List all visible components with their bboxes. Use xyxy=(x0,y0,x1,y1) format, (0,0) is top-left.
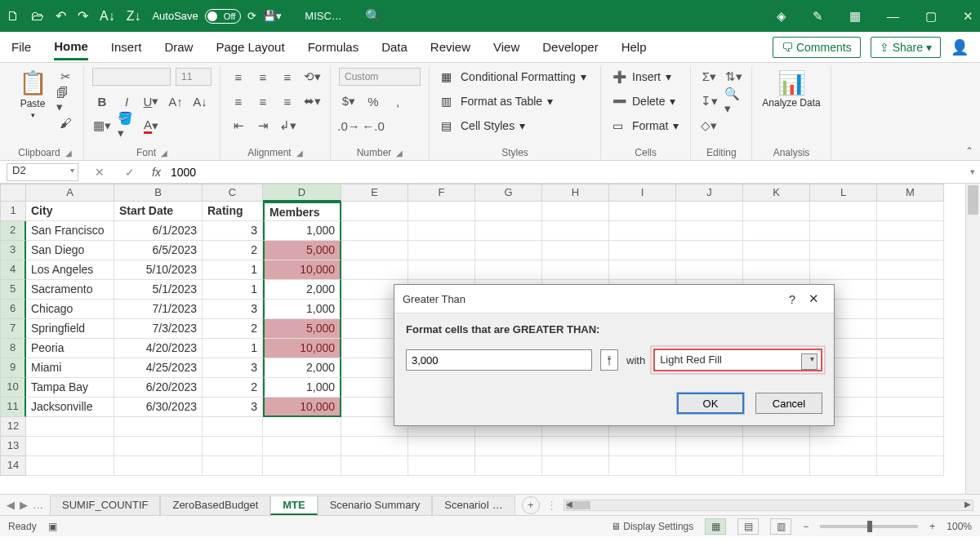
cell[interactable] xyxy=(877,378,944,398)
cell[interactable] xyxy=(263,417,341,437)
autosave[interactable]: AutoSave Off ⟳ 💾▾ xyxy=(152,9,282,24)
autosave-toggle[interactable]: Off xyxy=(205,9,241,24)
wrap-text-icon[interactable]: ↲▾ xyxy=(278,117,297,135)
cell[interactable] xyxy=(341,260,408,280)
tab-file[interactable]: File xyxy=(11,35,31,59)
cell[interactable] xyxy=(26,456,114,476)
row-header[interactable]: 14 xyxy=(0,456,26,476)
cell[interactable] xyxy=(743,221,810,241)
launcher-icon[interactable]: ◢ xyxy=(396,149,403,158)
cell[interactable]: 2 xyxy=(203,319,263,339)
sheet-tab[interactable]: SUMIF_COUNTIF xyxy=(50,495,160,515)
minimize-button[interactable]: — xyxy=(887,9,899,23)
cell[interactable]: 2 xyxy=(203,378,263,398)
cell[interactable] xyxy=(475,202,542,221)
col-header-J[interactable]: J xyxy=(676,184,743,202)
col-header-C[interactable]: C xyxy=(203,184,263,202)
cell[interactable] xyxy=(263,437,341,456)
align-center-icon[interactable]: ≡ xyxy=(253,92,273,110)
cell[interactable] xyxy=(408,456,475,476)
sheet-tab[interactable]: Scenario Summary xyxy=(318,495,433,515)
name-box[interactable]: D2 xyxy=(7,163,78,181)
undo-icon[interactable]: ↶ xyxy=(56,8,66,24)
cell[interactable]: 1,000 xyxy=(263,300,341,319)
cell[interactable]: 2,000 xyxy=(263,358,341,378)
cell[interactable] xyxy=(341,437,408,456)
sort-desc-icon[interactable]: Z↓ xyxy=(127,9,141,24)
cell[interactable] xyxy=(542,221,609,241)
row-header[interactable]: 7 xyxy=(0,319,26,339)
cell[interactable]: San Diego xyxy=(26,241,114,260)
cell[interactable] xyxy=(114,456,203,476)
insert-cells-button[interactable]: ➕Insert ▾ xyxy=(609,68,682,86)
cell[interactable]: Springfield xyxy=(26,319,114,339)
zoom-level[interactable]: 100% xyxy=(947,521,972,532)
ok-button[interactable]: OK xyxy=(677,393,744,414)
macro-record-icon[interactable]: ▣ xyxy=(48,521,57,532)
tab-developer[interactable]: Developer xyxy=(542,35,598,59)
cell[interactable] xyxy=(877,456,944,476)
align-middle-icon[interactable]: ≡ xyxy=(253,68,273,86)
sheet-more-icon[interactable]: … xyxy=(33,499,43,511)
sheet-prev-icon[interactable]: ◀ xyxy=(7,499,15,511)
range-picker-icon[interactable]: ⭱ xyxy=(600,349,618,371)
cell[interactable] xyxy=(743,241,810,260)
cell[interactable] xyxy=(676,260,743,280)
col-header-I[interactable]: I xyxy=(609,184,676,202)
cell[interactable] xyxy=(609,202,676,221)
cell[interactable] xyxy=(203,417,263,437)
cell[interactable]: Start Date xyxy=(114,202,203,221)
normal-view-icon[interactable]: ▦ xyxy=(705,518,726,535)
fx-icon[interactable]: fx xyxy=(147,166,166,179)
align-left-icon[interactable]: ≡ xyxy=(229,92,248,110)
cell[interactable] xyxy=(475,260,542,280)
italic-button[interactable]: I xyxy=(117,92,136,110)
new-file-icon[interactable]: 🗋 xyxy=(7,9,20,24)
row-header[interactable]: 12 xyxy=(0,417,26,437)
comments-button[interactable]: 🗨 Comments xyxy=(773,37,861,58)
launcher-icon[interactable]: ◢ xyxy=(65,149,72,158)
cell[interactable]: 10,000 xyxy=(263,339,341,358)
underline-button[interactable]: U▾ xyxy=(141,92,161,110)
cell[interactable] xyxy=(263,456,341,476)
row-header[interactable]: 6 xyxy=(0,300,26,319)
cell[interactable]: 10,000 xyxy=(263,260,341,280)
cell[interactable] xyxy=(609,241,676,260)
find-icon[interactable]: 🔍▾ xyxy=(724,92,743,110)
tab-page-layout[interactable]: Page Layout xyxy=(216,35,284,59)
cell[interactable] xyxy=(676,202,743,221)
row-header[interactable]: 11 xyxy=(0,398,26,417)
cell[interactable]: 7/3/2023 xyxy=(114,319,203,339)
col-header-B[interactable]: B xyxy=(114,184,203,202)
cell[interactable] xyxy=(743,437,810,456)
add-sheet-button[interactable]: + xyxy=(522,496,540,514)
cell[interactable] xyxy=(408,202,475,221)
cell[interactable] xyxy=(877,319,944,339)
cell[interactable]: 6/1/2023 xyxy=(114,221,203,241)
bold-button[interactable]: B xyxy=(92,92,112,110)
cell[interactable]: 1,000 xyxy=(263,221,341,241)
fill-color-icon[interactable]: 🪣▾ xyxy=(117,117,136,135)
merge-icon[interactable]: ⬌▾ xyxy=(302,92,322,110)
cell[interactable] xyxy=(408,241,475,260)
collapse-ribbon-icon[interactable]: ⌃ xyxy=(965,145,973,157)
cell[interactable] xyxy=(810,241,877,260)
diamond-icon[interactable]: ◈ xyxy=(777,9,786,24)
cell[interactable] xyxy=(609,456,676,476)
cell[interactable] xyxy=(26,417,114,437)
tab-draw[interactable]: Draw xyxy=(164,35,193,59)
cell[interactable] xyxy=(877,358,944,378)
cell[interactable]: 5,000 xyxy=(263,319,341,339)
row-header[interactable]: 3 xyxy=(0,241,26,260)
cell[interactable] xyxy=(341,221,408,241)
increase-decimal-icon[interactable]: .0→ xyxy=(339,117,359,135)
sort-asc-icon[interactable]: A↓ xyxy=(100,9,115,24)
align-top-icon[interactable]: ≡ xyxy=(229,68,248,86)
cell[interactable]: 5,000 xyxy=(263,241,341,260)
cell[interactable] xyxy=(877,280,944,300)
draw-icon[interactable]: ✎ xyxy=(813,9,823,24)
launcher-icon[interactable]: ◢ xyxy=(296,149,303,158)
cell[interactable] xyxy=(542,456,609,476)
tab-data[interactable]: Data xyxy=(381,35,408,59)
enter-formula-icon[interactable]: ✓ xyxy=(125,166,135,179)
